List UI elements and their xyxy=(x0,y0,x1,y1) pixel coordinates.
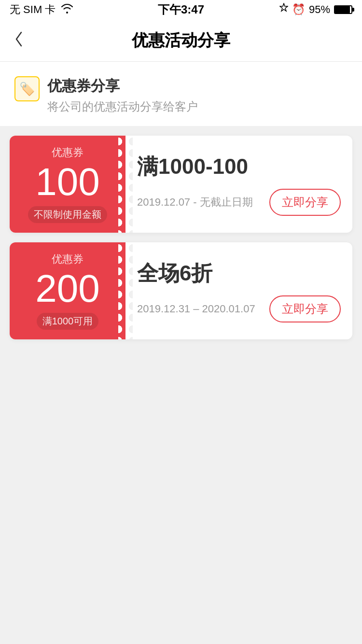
section-icon: 🏷️ xyxy=(14,76,40,101)
coupon-label-2: 优惠券 xyxy=(52,252,84,266)
status-left: 无 SIM 卡 xyxy=(10,2,74,17)
coupon-list: 优惠券 100 不限制使用金额 满1000-100 2019.12.07 - 无… xyxy=(0,126,362,349)
coupon-condition-2: 满1000可用 xyxy=(37,313,99,330)
coupon-name-2: 全场6折 xyxy=(137,259,341,288)
page-title: 优惠活动分享 xyxy=(132,29,230,52)
coupon-condition-1: 不限制使用金额 xyxy=(28,206,107,223)
alarm-icon: ⏰ xyxy=(292,3,305,16)
coupon-name-1: 满1000-100 xyxy=(137,153,341,181)
coupon-amount-2: 200 xyxy=(35,269,99,308)
coupon-card-1: 优惠券 100 不限制使用金额 满1000-100 2019.12.07 - 无… xyxy=(10,136,352,233)
back-button[interactable] xyxy=(14,29,25,52)
coupon-right-1: 满1000-100 2019.12.07 - 无截止日期 立即分享 xyxy=(125,136,352,233)
coupon-date-1: 2019.12.07 - 无截止日期 xyxy=(137,195,253,210)
section-subtitle: 将公司的优惠活动分享给客户 xyxy=(47,99,198,114)
coupon-left-2: 优惠券 200 满1000可用 xyxy=(10,242,125,339)
coupon-amount-1: 100 xyxy=(35,163,99,201)
share-button-1[interactable]: 立即分享 xyxy=(269,189,341,216)
battery-icon xyxy=(334,5,352,14)
location-icon xyxy=(279,3,288,16)
status-bar: 无 SIM 卡 下午3:47 ⏰ 95% xyxy=(0,0,362,19)
carrier-text: 无 SIM 卡 xyxy=(10,2,56,17)
status-right: ⏰ 95% xyxy=(279,3,352,16)
coupon-label-1: 优惠券 xyxy=(52,145,84,160)
coupon-date-2: 2019.12.31 – 2020.01.07 xyxy=(137,303,255,315)
coupon-card-2: 优惠券 200 满1000可用 全场6折 2019.12.31 – 2020.0… xyxy=(10,242,352,339)
wifi-icon xyxy=(60,3,74,16)
battery-percent: 95% xyxy=(309,3,330,16)
share-button-2[interactable]: 立即分享 xyxy=(269,295,341,322)
coupon-date-row-2: 2019.12.31 – 2020.01.07 立即分享 xyxy=(137,295,341,322)
section-text: 优惠券分享 将公司的优惠活动分享给客户 xyxy=(47,76,198,114)
status-time: 下午3:47 xyxy=(158,2,204,17)
coupon-left-1: 优惠券 100 不限制使用金额 xyxy=(10,136,125,233)
section-header: 🏷️ 优惠券分享 将公司的优惠活动分享给客户 xyxy=(0,62,362,126)
empty-area xyxy=(0,349,362,590)
section-title: 优惠券分享 xyxy=(47,76,198,96)
coupon-icon: 🏷️ xyxy=(19,82,35,97)
coupon-right-2: 全场6折 2019.12.31 – 2020.01.07 立即分享 xyxy=(125,242,352,339)
nav-bar: 优惠活动分享 xyxy=(0,19,362,62)
coupon-date-row-1: 2019.12.07 - 无截止日期 立即分享 xyxy=(137,189,341,216)
